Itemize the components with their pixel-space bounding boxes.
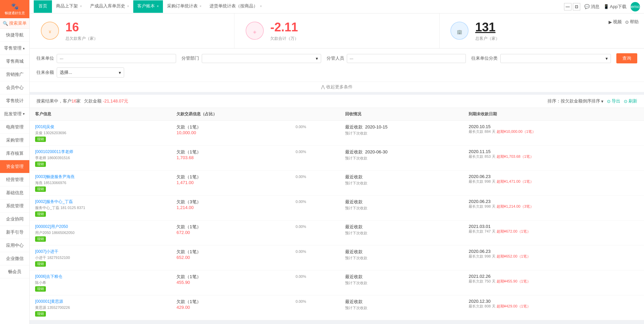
main-table: 客户信息 欠款交易信息（占比） 回收情况 到期未收款日期 [0016]吴俊 吴俊…	[30, 108, 644, 320]
search-button[interactable]: 查询	[616, 53, 637, 63]
customer-badge: 现销	[35, 161, 46, 167]
filter-select-category[interactable]: ▾	[500, 54, 611, 63]
sidebar-item-quick-nav[interactable]: 快捷导航	[0, 29, 29, 42]
filter-input-unit[interactable]: ···	[57, 54, 176, 63]
sidebar-item-inventory[interactable]: 库存核算	[0, 147, 29, 160]
sidebar-item-enterprise[interactable]: 企业协同	[0, 213, 29, 226]
tab-inbound-stats[interactable]: 进货单统计表（按商品） ×	[205, 0, 266, 13]
sidebar-item-retail-mgmt[interactable]: 零售管理 ▲	[0, 42, 29, 55]
debt-percent: 0.00%	[296, 125, 334, 129]
tab-close-icon[interactable]: ×	[127, 4, 129, 8]
cell-debt-count: 欠款（1笔） 652.00	[171, 245, 290, 270]
filter-label-person: 分管人员	[327, 55, 344, 61]
next-collect: 预计下次收款	[345, 231, 458, 236]
search-menu-button[interactable]: 🔍 搜索菜单	[3, 20, 27, 26]
help-button[interactable]: ⊙ 帮助	[625, 19, 639, 25]
sort-button[interactable]: 排序：按欠款金额倒序排序 ▾	[548, 98, 604, 104]
cell-debt-percent: 0.00%	[290, 196, 340, 220]
debt-amount[interactable]: 429.00	[176, 305, 285, 310]
sidebar-item-guide[interactable]: 新手引导	[0, 226, 29, 239]
cell-recovery: 最近收款 预计下次收款	[340, 295, 463, 320]
refresh-button[interactable]: ⊙ 刷新	[624, 98, 637, 104]
sidebar-item-label: 批发管理	[4, 111, 22, 117]
overdue-link[interactable]: 超期¥429.00（1笔）	[497, 304, 531, 308]
overdue-link[interactable]: 超期¥1,703.68（1笔）	[497, 154, 534, 158]
tab-finished-product[interactable]: 产成品入库单历史 ×	[86, 0, 133, 13]
tab-purchase-stats[interactable]: 采购订单统计表 ×	[163, 0, 206, 13]
customer-name-link[interactable]: [00010200011李老师	[35, 149, 166, 155]
debt-amount[interactable]: 1,214.00	[176, 205, 285, 210]
overdue-info: 最长欠款 747 天 超期¥672.00（1笔）	[469, 229, 639, 234]
app-download-button[interactable]: 📱 App下载	[604, 4, 626, 10]
next-collect: 预计下次收款	[345, 256, 458, 261]
cell-due-date: 2020.06.23 最长欠款 998 天 超期¥1,471.00（1笔）	[463, 171, 644, 196]
app-logo: 🐾 畅捷通好生意	[0, 0, 29, 18]
sidebar-item-basic-info[interactable]: 基础信息	[0, 186, 29, 200]
debt-amount[interactable]: 10,000.00	[176, 130, 285, 135]
video-button[interactable]: ▶ 视频	[609, 19, 622, 25]
result-prefix: 搜索结果中，客户	[36, 98, 72, 104]
collapse-more-conditions[interactable]: ⋀ 收起更多条件	[30, 82, 644, 92]
tab-close-icon[interactable]: ×	[260, 4, 262, 8]
cell-customer-info: [000002]用户2050 用户2050 18665062050 现销	[30, 220, 171, 245]
overdue-link[interactable]: 超期¥10,000.00（1笔）	[497, 129, 536, 134]
debt-amount[interactable]: 455.90	[176, 280, 285, 285]
customer-name-link[interactable]: [0006]去下粮仓	[35, 274, 166, 279]
sidebar-search-area[interactable]: 🔍 搜索菜单	[0, 18, 29, 29]
tab-close-icon[interactable]: ×	[200, 4, 202, 8]
sidebar-item-ecom-mgmt[interactable]: 电商管理	[0, 121, 29, 134]
debt-count: 欠款（3笔）	[176, 199, 285, 205]
chevron-down-icon: ▾	[316, 56, 318, 61]
stat-debt-customers: ¥ 16 总欠款客户（家）	[30, 13, 234, 48]
customer-name-link[interactable]: [000001]黄思源	[35, 299, 166, 304]
sidebar-item-retail-stats[interactable]: 零售统计	[0, 94, 29, 108]
customer-name-link[interactable]: [0003]畅捷服务尹海燕	[35, 174, 166, 180]
customer-name-link[interactable]: [0007]小进干	[35, 249, 166, 255]
debt-amount[interactable]: 1,703.68	[176, 155, 285, 160]
overdue-link[interactable]: 超期¥455.90（1笔）	[497, 279, 531, 283]
tab-product-listing[interactable]: 商品上下架 ×	[52, 0, 86, 13]
message-button[interactable]: 💬 消息	[584, 4, 599, 10]
tab-close-icon[interactable]: ×	[157, 4, 159, 8]
customer-name-link[interactable]: [000002]用户2050	[35, 224, 166, 230]
sidebar-item-system[interactable]: 系统管理	[0, 200, 29, 213]
tab-home[interactable]: 首页	[34, 0, 52, 13]
filter-label-dept: 分管部门	[181, 55, 199, 61]
filter-select-balance[interactable]: 选择... ▾	[57, 67, 124, 78]
sidebar-item-batch-mgmt[interactable]: 批发管理 ▼	[0, 108, 29, 121]
tab-customer-ledger[interactable]: 客户账本 ×	[133, 0, 163, 13]
filter-input-person[interactable]: ···	[347, 54, 466, 63]
next-collect: 预计下次收款	[345, 305, 458, 311]
tab-close-icon[interactable]: ×	[80, 4, 82, 8]
avatar[interactable]: demo2	[631, 2, 640, 11]
overdue-link[interactable]: 超期¥672.00（1笔）	[497, 229, 531, 233]
minimize-button[interactable]: —	[564, 3, 571, 10]
sidebar-item-members[interactable]: 会员中心	[0, 81, 29, 94]
overdue-link[interactable]: 超期¥1,471.00（1笔）	[497, 179, 534, 183]
sidebar-item-label: 应用中心	[6, 243, 24, 248]
sidebar-item-operations[interactable]: 经营管理	[0, 173, 29, 186]
overdue-info: 最长欠款 998 天 超期¥1,214.00（3笔）	[469, 204, 639, 209]
debt-amount[interactable]: 1,471.00	[176, 180, 285, 185]
maximize-button[interactable]: ⊡	[573, 3, 580, 10]
customer-name-link[interactable]: [0016]吴俊	[35, 124, 166, 130]
overdue-link[interactable]: 超期¥652.00（1笔）	[497, 254, 531, 258]
sidebar-item-apps[interactable]: 应用中心	[0, 239, 29, 252]
cell-due-date: 2020.10.15 最长欠款 884 天 超期¥10,000.00（1笔）	[463, 121, 644, 146]
sidebar-item-purchase-mgmt[interactable]: 采购管理	[0, 134, 29, 147]
customer-name-link[interactable]: [0002]服务中心_丁磊	[35, 199, 166, 205]
customer-contact: 用户2050 18665062050	[35, 230, 166, 235]
sidebar-item-marketing[interactable]: 营销推广	[0, 68, 29, 81]
debt-total-icon: ◈	[245, 21, 265, 41]
debt-amount[interactable]: 652.00	[176, 255, 285, 260]
sidebar-item-member-vip[interactable]: 畅会员	[0, 265, 29, 278]
export-button[interactable]: ⊙ 导出	[607, 98, 620, 104]
cell-debt-count: 欠款（1笔） 1,703.68	[171, 146, 290, 171]
customer-contact: 吴俊 13026203696	[35, 130, 166, 136]
sidebar-item-retail-shop[interactable]: 零售商城	[0, 55, 29, 68]
debt-amount[interactable]: 672.00	[176, 230, 285, 235]
overdue-link[interactable]: 超期¥1,214.00（3笔）	[497, 204, 534, 208]
sidebar-item-finance[interactable]: 资金管理	[0, 160, 29, 173]
sidebar-item-wechat[interactable]: 企业微信	[0, 252, 29, 265]
filter-select-dept[interactable]: ▾	[202, 54, 321, 63]
